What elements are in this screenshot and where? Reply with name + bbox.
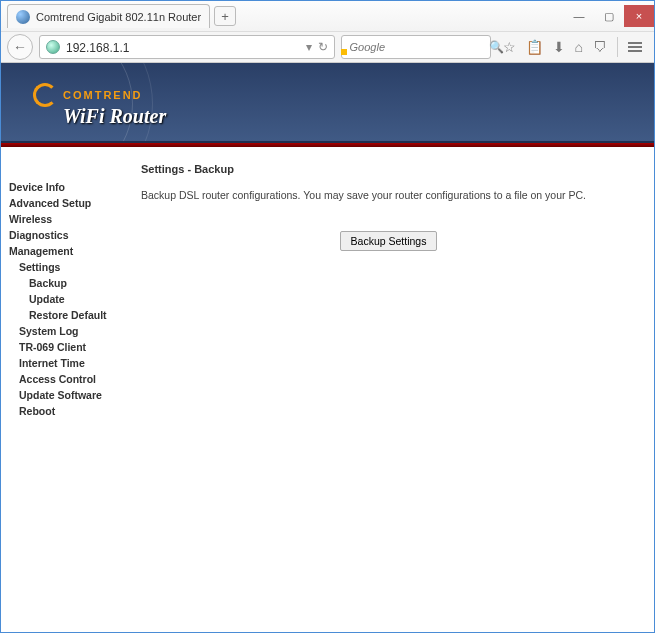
page-content: COMTREND WiFi Router Device InfoAdvanced… — [1, 63, 654, 632]
browser-tab[interactable]: Comtrend Gigabit 802.11n Router — [7, 4, 210, 28]
tab-title: Comtrend Gigabit 802.11n Router — [36, 11, 201, 23]
back-button[interactable]: ← — [7, 34, 33, 60]
new-tab-button[interactable]: + — [214, 6, 236, 26]
window-titlebar: Comtrend Gigabit 802.11n Router + — ▢ × — [1, 1, 654, 31]
menu-icon[interactable] — [628, 40, 642, 54]
search-input[interactable] — [350, 41, 489, 53]
search-box[interactable]: 🔍 — [341, 35, 491, 59]
home-icon[interactable]: ⌂ — [575, 39, 583, 55]
sidebar-item-diagnostics[interactable]: Diagnostics — [9, 227, 123, 243]
brand-name: COMTREND — [63, 89, 143, 101]
sidebar-item-restore-default[interactable]: Restore Default — [9, 307, 123, 323]
router-banner: COMTREND WiFi Router — [1, 63, 654, 143]
comtrend-logo-icon — [33, 83, 57, 107]
clipboard-icon[interactable]: 📋 — [526, 39, 543, 55]
browser-navbar: ← ▾ ↻ 🔍 ☆ 📋 ⬇ ⌂ ⛉ — [1, 31, 654, 63]
backup-settings-button[interactable]: Backup Settings — [340, 231, 438, 251]
sidebar-item-tr-069-client[interactable]: TR-069 Client — [9, 339, 123, 355]
bookmark-star-icon[interactable]: ☆ — [503, 39, 516, 55]
sidebar-item-settings[interactable]: Settings — [9, 259, 123, 275]
reload-icon[interactable]: ↻ — [318, 40, 328, 54]
url-dropdown-icon[interactable]: ▾ — [306, 40, 312, 54]
sidebar-item-reboot[interactable]: Reboot — [9, 403, 123, 419]
sidebar-item-device-info[interactable]: Device Info — [9, 179, 123, 195]
addon-icon[interactable]: ⛉ — [593, 39, 607, 55]
sidebar-item-system-log[interactable]: System Log — [9, 323, 123, 339]
window-minimize-button[interactable]: — — [564, 5, 594, 27]
sidebar-item-update-software[interactable]: Update Software — [9, 387, 123, 403]
toolbar-separator — [617, 37, 618, 57]
url-bar[interactable]: ▾ ↻ — [39, 35, 335, 59]
sidebar-item-management[interactable]: Management — [9, 243, 123, 259]
product-name: WiFi Router — [63, 105, 166, 128]
download-icon[interactable]: ⬇ — [553, 39, 565, 55]
window-maximize-button[interactable]: ▢ — [594, 5, 624, 27]
sidebar-nav: Device InfoAdvanced SetupWirelessDiagnos… — [1, 147, 123, 632]
sidebar-item-backup[interactable]: Backup — [9, 275, 123, 291]
globe-icon — [46, 40, 60, 54]
main-panel: Settings - Backup Backup DSL router conf… — [123, 147, 654, 632]
sidebar-item-update[interactable]: Update — [9, 291, 123, 307]
window-close-button[interactable]: × — [624, 5, 654, 27]
url-input[interactable] — [66, 40, 306, 55]
tab-favicon — [16, 10, 30, 24]
sidebar-item-internet-time[interactable]: Internet Time — [9, 355, 123, 371]
sidebar-item-wireless[interactable]: Wireless — [9, 211, 123, 227]
sidebar-item-access-control[interactable]: Access Control — [9, 371, 123, 387]
page-heading: Settings - Backup — [141, 163, 636, 175]
sidebar-item-advanced-setup[interactable]: Advanced Setup — [9, 195, 123, 211]
page-description: Backup DSL router configurations. You ma… — [141, 189, 636, 201]
